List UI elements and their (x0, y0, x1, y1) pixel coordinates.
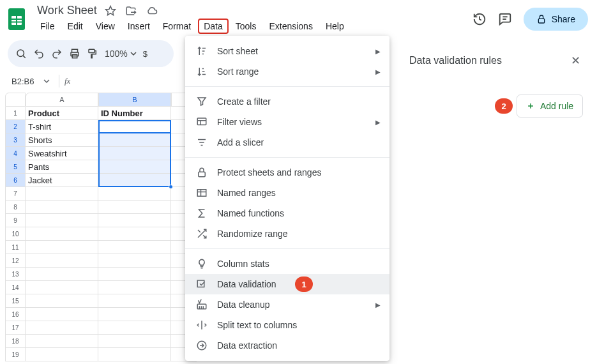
currency-button[interactable]: $ (143, 49, 147, 59)
cell[interactable]: Product (26, 107, 98, 120)
move-icon[interactable] (125, 5, 137, 17)
cell[interactable] (98, 294, 171, 308)
cell[interactable] (26, 321, 98, 335)
cell[interactable] (98, 241, 171, 254)
row-header[interactable]: 18 (5, 335, 26, 348)
undo-icon[interactable] (33, 48, 45, 59)
cell[interactable] (98, 254, 171, 268)
close-icon[interactable]: ✕ (571, 54, 580, 68)
cell[interactable]: ID Number (98, 107, 171, 120)
cell[interactable] (26, 348, 98, 361)
cell[interactable] (26, 214, 98, 227)
row-header[interactable]: 17 (5, 321, 26, 335)
print-icon[interactable] (69, 48, 80, 59)
menu-insert[interactable]: Insert (122, 19, 156, 34)
row-header[interactable]: 19 (5, 348, 26, 361)
col-header-b[interactable]: B (98, 93, 171, 107)
comment-icon[interactable] (498, 12, 512, 26)
menu-data-cleanup[interactable]: Data cleanup ▶ (185, 294, 389, 315)
menu-file[interactable]: File (34, 19, 61, 34)
cell[interactable] (98, 348, 171, 361)
cell[interactable] (26, 281, 98, 294)
cell[interactable] (98, 268, 171, 281)
cell[interactable] (26, 201, 98, 214)
cell[interactable] (26, 254, 98, 268)
cell[interactable] (98, 281, 171, 294)
doc-title[interactable]: Work Sheet (37, 4, 97, 17)
cell[interactable]: T-shirt (26, 120, 98, 133)
redo-icon[interactable] (51, 48, 63, 59)
menu-protect[interactable]: Protect sheets and ranges (185, 162, 389, 183)
cell[interactable] (98, 335, 171, 348)
row-header[interactable]: 7 (5, 187, 26, 201)
select-all-corner[interactable] (5, 93, 26, 107)
row-header[interactable]: 16 (5, 308, 26, 321)
cell[interactable] (26, 335, 98, 348)
row-header[interactable]: 4 (5, 147, 26, 160)
col-header-a[interactable]: A (26, 93, 98, 107)
cell[interactable]: Jacket (26, 174, 98, 187)
menu-data-validation[interactable]: Data validation 1 (185, 274, 389, 294)
row-header[interactable]: 2 (5, 120, 26, 133)
row-header[interactable]: 12 (5, 254, 26, 268)
share-button[interactable]: Share (524, 8, 588, 31)
row-header[interactable]: 11 (5, 241, 26, 254)
menu-data-extraction[interactable]: Data extraction (185, 335, 389, 356)
menu-help[interactable]: Help (320, 19, 350, 34)
cell[interactable] (98, 214, 171, 227)
cell[interactable] (98, 187, 171, 201)
menu-add-slicer[interactable]: Add a slicer (185, 132, 389, 153)
paint-format-icon[interactable] (87, 48, 98, 59)
menu-named-functions[interactable]: Named functions (185, 203, 389, 224)
sheets-logo[interactable] (6, 6, 27, 32)
menu-sort-range[interactable]: Sort range ▶ (185, 61, 389, 82)
cell[interactable] (98, 201, 171, 214)
row-header[interactable]: 1 (5, 107, 26, 120)
cell[interactable]: Shorts (26, 133, 98, 147)
cell[interactable]: Sweatshirt (26, 147, 98, 160)
cell[interactable] (98, 120, 171, 133)
menu-randomize[interactable]: Randomize range (185, 224, 389, 244)
menu-extensions[interactable]: Extensions (263, 19, 318, 34)
cell[interactable] (26, 294, 98, 308)
cell[interactable] (98, 308, 171, 321)
cell[interactable] (26, 187, 98, 201)
search-menus-icon[interactable] (15, 48, 27, 59)
menu-sort-sheet[interactable]: Sort sheet ▶ (185, 41, 389, 61)
cell[interactable] (26, 268, 98, 281)
row-header[interactable]: 3 (5, 133, 26, 147)
menu-split-text[interactable]: Split text to columns (185, 315, 389, 335)
cell[interactable] (26, 308, 98, 321)
cell[interactable] (98, 147, 171, 160)
selection-handle[interactable] (169, 185, 173, 189)
row-header[interactable]: 9 (5, 214, 26, 227)
menu-format[interactable]: Format (157, 19, 197, 34)
cell[interactable] (98, 174, 171, 187)
cell[interactable] (98, 133, 171, 147)
history-icon[interactable] (472, 12, 487, 26)
row-header[interactable]: 8 (5, 201, 26, 214)
cell[interactable] (26, 241, 98, 254)
row-header[interactable]: 14 (5, 281, 26, 294)
star-icon[interactable] (105, 5, 116, 17)
menu-filter-views[interactable]: Filter views ▶ (185, 112, 389, 132)
zoom-select[interactable]: 100% (105, 49, 137, 59)
cell[interactable] (98, 321, 171, 335)
menu-data[interactable]: Data (198, 19, 229, 34)
row-header[interactable]: 13 (5, 268, 26, 281)
menu-named-ranges[interactable]: Named ranges (185, 183, 389, 203)
cloud-status-icon[interactable] (146, 5, 158, 17)
cell[interactable] (26, 227, 98, 241)
add-rule-button[interactable]: ＋ Add rule (517, 95, 583, 118)
cell[interactable] (98, 160, 171, 174)
row-header[interactable]: 5 (5, 160, 26, 174)
row-header[interactable]: 15 (5, 294, 26, 308)
menu-edit[interactable]: Edit (62, 19, 89, 34)
cell[interactable]: Pants (26, 160, 98, 174)
menu-tools[interactable]: Tools (230, 19, 262, 34)
menu-create-filter[interactable]: Create a filter (185, 91, 389, 112)
cell[interactable] (98, 227, 171, 241)
menu-column-stats[interactable]: Column stats (185, 254, 389, 274)
row-header[interactable]: 10 (5, 227, 26, 241)
name-box[interactable]: B2:B6 (8, 77, 54, 86)
